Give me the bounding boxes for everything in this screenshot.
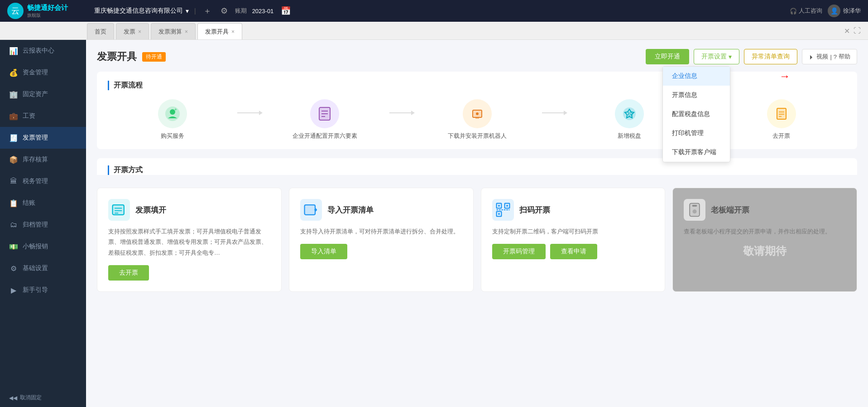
sidebar-item-gongzi[interactable]: 💼 工资 — [0, 105, 86, 127]
flow-step-2: 企业开通配置开票六要素 — [260, 99, 389, 140]
svg-rect-31 — [498, 205, 500, 207]
exception-button[interactable]: 异常清单查询 — [744, 49, 797, 64]
unpin-icon: ◀◀ — [9, 395, 17, 401]
briefcase-icon: 💼 — [9, 111, 18, 121]
sidebar-item-jichushezhi[interactable]: ⚙ 基础设置 — [0, 257, 86, 279]
scan-apply-button[interactable]: 查看申请 — [550, 244, 597, 259]
svg-text:+: + — [174, 107, 177, 112]
money-icon: 💰 — [9, 68, 18, 77]
archive-icon: 🗂 — [9, 220, 18, 229]
company-name: 重庆畅捷交通信息咨询有限公司 — [94, 7, 183, 15]
flow-step-5: 去开票 — [717, 99, 846, 140]
avatar: 👤 — [828, 5, 840, 17]
calendar-icon[interactable]: 📅 — [279, 4, 293, 18]
boss-invoice-icon — [684, 199, 705, 221]
sidebar-item-kucun[interactable]: 📦 库存核算 — [0, 149, 86, 170]
sidebar-item-yunbao[interactable]: 📊 云报表中心 — [0, 40, 86, 62]
step5-icon — [767, 99, 796, 128]
ledger-icon: 📋 — [9, 199, 18, 208]
fill-invoice-button[interactable]: 去开票 — [108, 265, 149, 281]
dropdown-item-tax-config[interactable]: 配置税盘信息 — [663, 105, 730, 124]
scan-invoice-desc: 支持定制开票二维码，客户端可扫码开票 — [492, 226, 654, 237]
step3-label: 下载并安装开票机器人 — [448, 132, 507, 140]
sidebar-item-guidang[interactable]: 🗂 归档管理 — [0, 214, 86, 236]
sidebar-item-jiezhang[interactable]: 📋 结账 — [0, 192, 86, 214]
tab-home[interactable]: 首页 — [87, 23, 114, 39]
tab-close-calc[interactable]: × — [185, 29, 188, 35]
tab-invoice-issue[interactable]: 发票开具 × — [197, 23, 242, 39]
cancel-pin-button[interactable]: ◀◀ 取消固定 — [0, 388, 86, 407]
sidebar-item-fapiao[interactable]: 🧾 发票管理 — [0, 127, 86, 149]
step3-icon — [463, 99, 492, 128]
period-label: 账期 — [235, 7, 247, 15]
connector-2 — [389, 112, 412, 113]
tab-invoice-calc[interactable]: 发票测算 × — [151, 23, 196, 39]
flow-section: 开票流程 + 购买服务 — [97, 72, 857, 149]
flow-step-1: + 购买服务 — [108, 99, 237, 140]
expense-icon: 💵 — [9, 242, 18, 251]
step5-label: 去开票 — [772, 132, 790, 140]
scan-manage-button[interactable]: 开票码管理 — [492, 244, 546, 259]
tab-close-invoice[interactable]: × — [138, 29, 141, 35]
main-layout: 📊 云报表中心 💰 资金管理 🏢 固定资产 💼 工资 🧾 发票管理 📦 库存核算… — [0, 40, 868, 407]
add-icon[interactable]: ＋ — [201, 4, 213, 18]
period-value: 2023-01 — [252, 8, 274, 15]
scan-btn-group: 开票码管理 查看申请 — [492, 244, 654, 259]
dropdown-item-printer[interactable]: 打印机管理 — [663, 124, 730, 143]
svg-rect-15 — [777, 108, 786, 119]
play-icon: ▶ — [9, 286, 18, 295]
support-button[interactable]: 🎧 人工咨询 — [790, 7, 822, 15]
method-card-fill: 发票填开 支持按照发票样式手工填开发票；可开具增值税电子普通发票、增值税普通发票… — [97, 188, 282, 292]
flow-steps: + 购买服务 — [108, 99, 846, 140]
settings-icon[interactable]: ⚙ — [219, 4, 230, 18]
dropdown-item-company[interactable]: 企业信息 — [663, 67, 730, 86]
dropdown-item-invoice-info[interactable]: 开票信息 — [663, 86, 730, 105]
flow-step-3: 下载并安装开票机器人 — [412, 99, 542, 140]
user-area[interactable]: 👤 徐泽华 — [828, 5, 861, 17]
method-card-boss: 老板端开票 查看老板端小程序提交的开票申请，并作出相应的处理。 敬请期待 — [672, 188, 857, 292]
sidebar-item-xinshouyin[interactable]: ▶ 新手引导 — [0, 279, 86, 301]
sidebar-item-gudingzichan[interactable]: 🏢 固定资产 — [0, 83, 86, 105]
connector-1 — [237, 112, 260, 113]
page-title-area: 发票开具 待开通 — [97, 50, 166, 63]
step2-label: 企业开通配置开票六要素 — [293, 132, 357, 140]
chart-icon: 📊 — [9, 46, 18, 55]
tab-invoice[interactable]: 发票 × — [116, 23, 149, 39]
company-selector[interactable]: 重庆畅捷交通信息咨询有限公司 ▾ — [94, 7, 189, 15]
settings-dropdown: 企业信息 开票信息 配置税盘信息 打印机管理 下载开票客户端 — [662, 66, 730, 162]
svg-rect-25 — [304, 205, 315, 215]
method-card-boss-header: 老板端开票 — [684, 199, 846, 221]
maximize-icon[interactable]: ⛶ — [854, 27, 861, 35]
sidebar-item-shuiwu[interactable]: 🏛 税务管理 — [0, 170, 86, 192]
step4-icon: 税 — [615, 99, 644, 128]
import-invoice-button[interactable]: 导入清单 — [300, 244, 347, 259]
method-section-header: 开票方式 — [86, 158, 868, 188]
boss-invoice-title: 老板端开票 — [711, 205, 749, 215]
svg-rect-33 — [498, 213, 500, 215]
svg-rect-36 — [692, 205, 697, 207]
headset-icon: 🎧 — [790, 8, 797, 15]
activate-button[interactable]: 立即开通 — [646, 49, 689, 64]
fill-invoice-icon — [108, 199, 130, 221]
sidebar-item-zijin[interactable]: 💰 资金管理 — [0, 62, 86, 83]
page-title: 发票开具 — [97, 50, 137, 63]
dropdown-item-download-client[interactable]: 下载开票客户端 — [663, 143, 730, 162]
method-cards: 发票填开 支持按照发票样式手工填开发票；可开具增值税电子普通发票、增值税普通发票… — [97, 188, 857, 292]
step1-icon: + — [158, 99, 187, 128]
method-card-import: 导入开票清单 支持导入待开票清单，可对待开票清单进行拆分、合并处理。 导入清单 — [289, 188, 474, 292]
step2-icon — [310, 99, 339, 128]
tab-close-issue[interactable]: × — [231, 29, 235, 35]
question-icon: ? — [834, 53, 837, 60]
method-card-scan-header: 扫码开票 — [492, 199, 654, 221]
step1-label: 购买服务 — [161, 132, 184, 140]
close-window-icon[interactable]: ✕ — [844, 26, 850, 35]
sidebar-item-xiaochang[interactable]: 💵 小畅报销 — [0, 236, 86, 257]
svg-rect-20 — [113, 205, 124, 215]
svg-rect-32 — [506, 205, 508, 207]
settings-button[interactable]: 开票设置 ▾ — [694, 49, 739, 64]
top-bar: 云 畅捷通好会计 旗舰版 重庆畅捷交通信息咨询有限公司 ▾ | ＋ ⚙ 账期 2… — [0, 0, 868, 22]
method-card-import-header: 导入开票清单 — [300, 199, 462, 221]
video-button[interactable]: ⏵ 视频 | ? 帮助 — [802, 49, 857, 64]
svg-rect-11 — [475, 117, 479, 119]
box-icon: 📦 — [9, 155, 18, 164]
